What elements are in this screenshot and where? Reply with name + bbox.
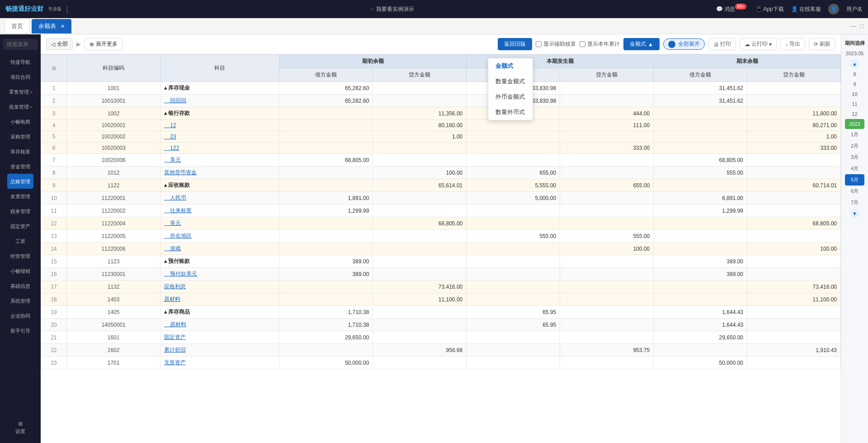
sidebar-item-wholesale[interactable]: 批发管理 › — [7, 99, 34, 114]
row-subject[interactable]: 原材料 — [160, 293, 279, 306]
period-month-item[interactable]: 2月 — [845, 140, 865, 152]
row-subject[interactable]: 12 — [160, 120, 279, 131]
style-option-qty-amount[interactable]: 数量金额式 — [488, 74, 533, 89]
row-subject[interactable]: 原材料 — [160, 319, 279, 331]
sidebar-item-finance[interactable]: 资金管理 — [7, 159, 34, 174]
period-month-item[interactable]: 12 — [845, 109, 865, 119]
assist-checkbox[interactable] — [536, 41, 542, 47]
period-month-item[interactable]: 3月 — [845, 152, 865, 163]
row-e-debit: 1,644.43 — [654, 306, 747, 319]
period-month-item[interactable]: 2023 — [845, 119, 865, 129]
period-year-item[interactable]: 2023.05 — [845, 48, 865, 58]
refresh-btn[interactable]: ⟳ 刷新 — [809, 38, 835, 50]
return-old-btn[interactable]: 返回旧版 — [498, 38, 532, 50]
table-row: 7 10020006 美元 68,805.00 68,805.00 — [41, 154, 841, 167]
sidebar-item-retail[interactable]: 零售管理 › — [7, 84, 34, 99]
demo-link[interactable]: ○ 我要看实例演示 — [370, 5, 414, 13]
style-btn[interactable]: 金额式 ▲ — [623, 38, 660, 50]
assist-check-label[interactable]: 显示辅助核算 — [536, 40, 576, 48]
period-month-item[interactable]: 11 — [845, 99, 865, 109]
period-month-item[interactable]: 9 — [845, 79, 865, 89]
window-maximize-btn[interactable]: □ — [860, 23, 863, 29]
row-subject[interactable]: 所在地区 — [160, 230, 279, 243]
period-month-item[interactable]: 5月 — [845, 174, 865, 186]
expand-btn[interactable]: ⊕ 展开更多 — [85, 38, 123, 50]
row-c-credit — [560, 192, 654, 205]
col-settings-header[interactable]: ⚙ — [41, 55, 67, 82]
year-check-label[interactable]: 显示本年累计 — [580, 40, 620, 48]
style-option-foreign-amount[interactable]: 外币金额式 — [488, 89, 533, 105]
period-month-item[interactable]: 6月 — [845, 186, 865, 197]
online-service-btn[interactable]: 👤 在线客服 — [791, 5, 821, 13]
row-subject[interactable]: 人民币 — [160, 192, 279, 205]
sidebar-item-inventory[interactable]: 库存核算 — [7, 144, 34, 159]
row-o-debit — [279, 243, 373, 255]
row-e-credit: 68,805.00 — [747, 217, 841, 230]
period-month-item[interactable]: 1月 — [845, 129, 865, 140]
sidebar-item-system[interactable]: 系统管理 — [7, 293, 34, 308]
sidebar-item-invoice[interactable]: 发票管理 — [7, 189, 34, 204]
row-subject[interactable]: 预付款美元 — [160, 268, 279, 281]
sidebar-item-basic[interactable]: 基础信息 — [7, 278, 34, 293]
sidebar-item-payroll[interactable]: 工资 — [7, 233, 34, 248]
period-collapse-btn[interactable]: ▲ — [850, 59, 859, 68]
search-input[interactable] — [3, 39, 38, 50]
period-expand-btn[interactable]: ▼ — [850, 209, 859, 218]
row-subject[interactable]: 累计折旧 — [160, 344, 279, 357]
tab-home[interactable]: 首页 — [5, 19, 30, 33]
sidebar-item-ecommerce[interactable]: 小畅电商 — [7, 114, 34, 129]
sidebar-item-fixed-assets[interactable]: 固定资产 — [7, 219, 34, 233]
sidebar-item-ledger[interactable]: 总账管理 — [7, 174, 34, 189]
row-e-debit: 389.00 — [654, 255, 747, 268]
row-subject[interactable]: 往来标签 — [160, 205, 279, 217]
period-month-item[interactable]: 7月 — [845, 197, 865, 208]
row-subject[interactable]: 美元 — [160, 154, 279, 167]
table-row: 8 1012 其他货币资金 100.00 655.00 555.00 — [41, 167, 841, 179]
sidebar-item-settings[interactable]: ⚙ 设置 — [14, 417, 27, 438]
sidebar-item-tax[interactable]: 税务管理 — [7, 204, 34, 219]
period-month-item[interactable]: 10 — [845, 89, 865, 99]
year-checkbox[interactable] — [580, 41, 585, 47]
app-download-btn[interactable]: 📱 App下载 — [755, 5, 784, 13]
row-c-debit — [467, 120, 560, 131]
table-row: 17 1132 应收利息 73,416.00 73,416.00 — [41, 281, 841, 293]
tab-close-btn[interactable]: ✕ — [61, 24, 65, 29]
row-o-credit: 956.68 — [373, 344, 467, 357]
settings-icon[interactable]: ⚙ — [52, 65, 57, 71]
row-c-credit — [560, 95, 654, 107]
period-month-item[interactable]: 8 — [845, 69, 865, 79]
sidebar-item-cooperation[interactable]: 企业协同 — [7, 308, 34, 323]
tab-balance[interactable]: 余额表 ✕ — [32, 19, 71, 33]
sidebar-item-project[interactable]: 项目合同 — [7, 69, 34, 84]
user-avatar[interactable]: 👤 — [828, 4, 839, 14]
sidebar-item-operations[interactable]: 经营管理 — [7, 248, 34, 263]
row-o-credit — [373, 357, 467, 369]
style-option-amount[interactable]: 金额式 — [488, 58, 533, 74]
chevron-up-icon: ▲ — [648, 41, 653, 48]
expand-all-toggle[interactable]: 全部展开 — [663, 38, 705, 50]
export-btn[interactable]: ↓ 导出 — [780, 38, 805, 50]
row-subject[interactable]: 其他货币资金 — [160, 167, 279, 179]
row-subject[interactable]: 回回回 — [160, 95, 279, 107]
window-minimize-btn[interactable]: — — [850, 23, 856, 29]
row-subject[interactable]: 游戏 — [160, 243, 279, 255]
message-btn[interactable]: 💬 消息 99+ — [716, 5, 748, 13]
breadcrumb-btn[interactable]: ◁ 全部 — [46, 38, 73, 50]
style-option-qty-foreign[interactable]: 数量外币式 — [488, 105, 533, 120]
app-version: 专业版 — [48, 6, 61, 12]
period-month-item[interactable]: 4月 — [845, 163, 865, 174]
cloud-print-btn[interactable]: ☁ 云打印 ▾ — [740, 38, 777, 50]
row-subject[interactable]: 应收利息 — [160, 281, 279, 293]
sidebar-item-quick-nav[interactable]: 快捷导航 — [7, 54, 34, 69]
row-subject[interactable]: 美元 — [160, 217, 279, 230]
sidebar-item-sales[interactable]: 小畅报销 — [7, 263, 34, 278]
row-o-credit — [373, 82, 467, 95]
sidebar-item-guide[interactable]: 新手引导 — [7, 323, 34, 338]
sidebar-item-purchase[interactable]: 采购管理 — [7, 129, 34, 144]
row-e-credit — [747, 331, 841, 344]
row-subject[interactable]: 122 — [160, 143, 279, 154]
print-btn[interactable]: 🖨 打印 — [708, 38, 736, 50]
row-subject[interactable]: 固定资产 — [160, 331, 279, 344]
row-subject[interactable]: 23 — [160, 131, 279, 143]
row-subject[interactable]: 无形资产 — [160, 357, 279, 369]
